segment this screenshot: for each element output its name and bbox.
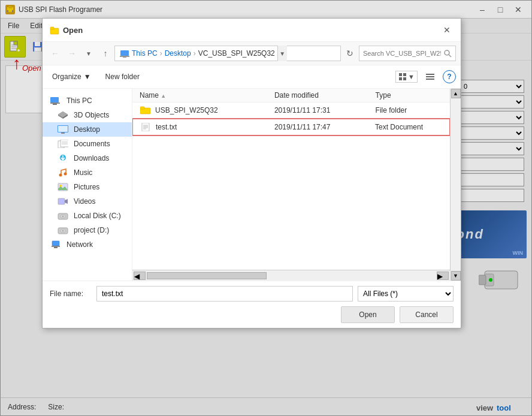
sidebar-item-network[interactable]: Network — [43, 237, 132, 252]
scroll-up-btn[interactable]: ▲ — [451, 89, 461, 98]
sidebar-label-desktop: Desktop — [74, 125, 100, 134]
breadcrumb-this-pc[interactable]: This PC — [132, 49, 158, 58]
col-header-date[interactable]: Date modified — [274, 91, 376, 100]
sidebar-label-this-pc: This PC — [66, 97, 92, 105]
sidebar-item-downloads[interactable]: Downloads — [43, 151, 132, 165]
videos-icon — [57, 197, 69, 206]
view-dropdown-arrow: ▼ — [408, 73, 415, 80]
dialog-toolbar: Organize ▼ New folder ▼ — [43, 65, 461, 89]
view-dropdown[interactable]: ▼ — [395, 71, 418, 83]
downloads-icon — [57, 153, 69, 163]
filename-label: File name: — [50, 290, 92, 298]
search-input[interactable] — [363, 50, 441, 57]
sidebar-item-documents[interactable]: Documents — [43, 137, 132, 151]
sidebar-label-documents: Documents — [74, 140, 110, 148]
svg-rect-30 — [50, 27, 54, 29]
network-icon — [50, 240, 62, 249]
svg-rect-33 — [123, 57, 126, 58]
organize-chevron: ▼ — [84, 73, 91, 81]
dialog-title: Open — [50, 25, 83, 35]
new-folder-btn[interactable]: New folder — [101, 71, 144, 83]
vertical-scrollbar[interactable]: ▲ ▼ — [450, 89, 461, 281]
sidebar-item-this-pc[interactable]: This PC — [43, 94, 132, 108]
dialog-title-bar: Open ✕ — [43, 19, 461, 42]
breadcrumb-pc-icon — [120, 49, 129, 58]
svg-rect-51 — [61, 132, 65, 134]
dialog-action-buttons: Open Cancel — [50, 306, 454, 323]
sidebar-label-music: Music — [74, 168, 92, 177]
local-disk-c-icon — [57, 211, 69, 221]
sidebar-label-downloads: Downloads — [74, 154, 109, 162]
sidebar-item-music[interactable]: Music — [43, 165, 132, 180]
file-name-cell-1: USB_SPI_W25Q32 — [140, 105, 274, 115]
sidebar-item-3d-objects[interactable]: 3D Objects — [43, 108, 132, 122]
breadcrumb-bar: This PC › Desktop › VC_USB_SPI_W25Q32 ▼ — [114, 46, 341, 61]
sidebar-item-desktop[interactable]: Desktop — [43, 122, 132, 137]
sidebar-item-pictures[interactable]: Pictures — [43, 180, 132, 194]
scroll-track — [147, 272, 436, 280]
dialog-nav: ← → ▼ ↑ This PC › Desktop › VC_USB_SPI_W… — [43, 42, 461, 65]
file-list-header: Name ▲ Date modified Type — [132, 89, 450, 103]
file-type-2: Text Document — [375, 123, 442, 131]
file-list-container: Name ▲ Date modified Type — [132, 89, 450, 281]
sidebar-item-local-disk-c[interactable]: Local Disk (C:) — [43, 209, 132, 223]
file-name-1: USB_SPI_W25Q32 — [155, 106, 218, 114]
svg-rect-68 — [52, 241, 59, 246]
view-icon — [398, 73, 407, 81]
svg-rect-43 — [50, 97, 59, 103]
nav-back-btn[interactable]: ← — [47, 46, 63, 61]
svg-rect-36 — [399, 73, 402, 76]
svg-rect-41 — [426, 76, 434, 77]
scroll-left-btn[interactable]: ◀ — [134, 272, 146, 280]
filetype-select[interactable]: All Files (*) — [358, 286, 454, 302]
nav-refresh-btn[interactable]: ↻ — [342, 46, 358, 61]
svg-rect-70 — [54, 247, 58, 248]
col-header-type[interactable]: Type — [376, 91, 443, 100]
sidebar-label-local-disk-c: Local Disk (C:) — [74, 212, 121, 220]
svg-rect-45 — [53, 104, 57, 105]
sidebar-label-3d-objects: 3D Objects — [74, 111, 109, 119]
svg-rect-32 — [120, 56, 129, 57]
organize-btn[interactable]: Organize ▼ — [47, 71, 96, 83]
columns-view-btn[interactable] — [422, 69, 438, 85]
nav-forward-btn[interactable]: → — [64, 46, 80, 61]
filename-input[interactable] — [96, 286, 353, 302]
horizontal-scroll[interactable]: ◀ ▶ — [132, 270, 450, 281]
cancel-button[interactable]: Cancel — [400, 306, 454, 323]
svg-rect-44 — [50, 103, 60, 104]
file-list-scroll[interactable]: USB_SPI_W25Q32 2019/11/11 17:31 File fol… — [132, 103, 450, 270]
scroll-down-btn[interactable]: ▼ — [451, 271, 461, 281]
open-dialog-icon — [50, 25, 59, 35]
pictures-icon — [57, 182, 69, 192]
svg-rect-37 — [403, 73, 406, 76]
nav-sidebar: This PC 3D Objects — [43, 89, 132, 281]
col-header-name[interactable]: Name ▲ — [140, 91, 274, 100]
music-icon — [57, 168, 69, 177]
breadcrumb-desktop[interactable]: Desktop — [165, 49, 191, 58]
sidebar-label-videos: Videos — [74, 197, 95, 206]
svg-point-34 — [445, 50, 449, 55]
file-list: USB_SPI_W25Q32 2019/11/11 17:31 File fol… — [132, 103, 450, 270]
nav-up-btn[interactable]: ↑ — [98, 46, 113, 61]
sidebar-item-project-d[interactable]: project (D:) — [43, 223, 132, 237]
dialog-close-btn[interactable]: ✕ — [440, 23, 454, 37]
search-icon — [443, 49, 452, 58]
dialog-help-btn[interactable]: ? — [443, 70, 456, 83]
file-row-folder[interactable]: USB_SPI_W25Q32 2019/11/11 17:31 File fol… — [132, 103, 450, 119]
breadcrumb-current: VC_USB_SPI_W25Q32 — [198, 49, 275, 58]
svg-rect-69 — [52, 246, 60, 247]
breadcrumb-dropdown-btn[interactable]: ▼ — [277, 46, 287, 61]
scroll-right-btn[interactable]: ▶ — [437, 272, 449, 280]
sidebar-item-videos[interactable]: Videos — [43, 194, 132, 209]
file-name-cell-2: test.txt — [140, 122, 274, 132]
nav-dropdown-btn[interactable]: ▼ — [81, 46, 96, 61]
scroll-thumb[interactable] — [147, 272, 267, 279]
svg-point-64 — [62, 216, 64, 218]
sidebar-label-network: Network — [66, 240, 93, 249]
file-date-2: 2019/11/11 17:47 — [274, 123, 375, 131]
svg-rect-73 — [142, 123, 149, 131]
svg-point-58 — [64, 173, 67, 176]
open-button[interactable]: Open — [341, 306, 395, 323]
file-row-txt[interactable]: test.txt 2019/11/11 17:47 Text Document — [132, 119, 450, 135]
svg-rect-39 — [403, 77, 406, 80]
